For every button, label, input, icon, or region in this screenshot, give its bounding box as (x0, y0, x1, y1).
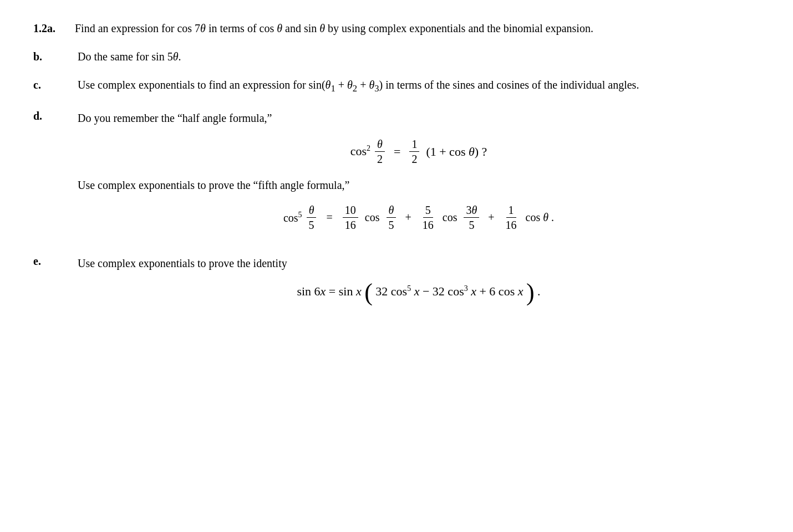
text-d: Do you remember the “half angle formula,… (78, 110, 760, 242)
text-c: Use complex exponentials to find an expr… (78, 79, 760, 94)
text-e: Use complex exponentials to prove the id… (78, 255, 760, 314)
label-e: e. (33, 255, 78, 268)
problem-1-2a: 1.2a. Find an expression for cos 7θ in t… (33, 22, 760, 35)
text-b: Do the same for sin 5θ. (78, 50, 760, 63)
problem-d: d. Do you remember the “half angle formu… (33, 110, 760, 242)
label-b: b. (33, 50, 78, 63)
label-1-2a: 1.2a. (33, 22, 55, 34)
label-d: d. (33, 110, 78, 122)
problem-c: c. Use complex exponentials to find an e… (33, 79, 760, 94)
text-1-2a: Find an expression for cos 7θ in terms o… (75, 22, 593, 34)
problem-e: e. Use complex exponentials to prove the… (33, 255, 760, 314)
identity-formula: sin 6x = sin x ( 32 cos5 x − 32 cos3 x +… (78, 280, 760, 305)
problem-b: b. Do the same for sin 5θ. (33, 50, 760, 63)
fifth-angle-intro: Use complex exponentials to prove the “f… (78, 177, 760, 193)
fifth-angle-formula: cos5 θ 5 = 10 16 cos θ 5 + 5 16 (78, 203, 760, 232)
half-angle-formula: cos2 θ 2 = 1 2 (1 + cos θ) ? (78, 137, 760, 166)
label-c: c. (33, 79, 78, 91)
